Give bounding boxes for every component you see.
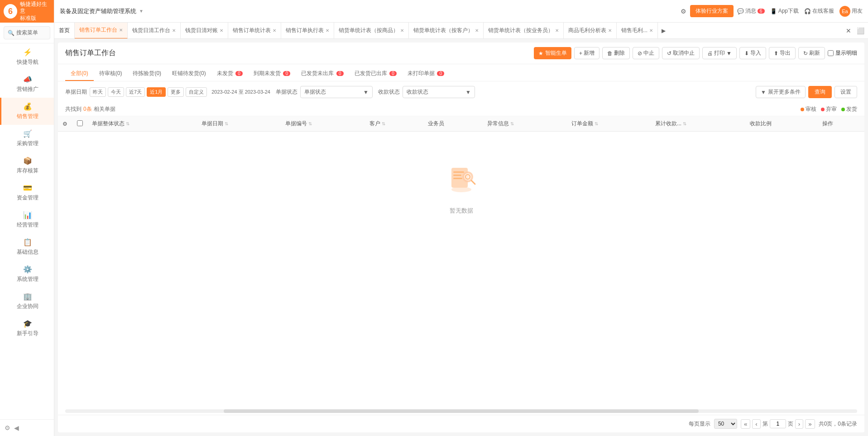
audit-action-button[interactable]: 审核 <box>801 105 816 113</box>
more-tabs-button[interactable]: ▶ <box>658 23 669 39</box>
sort-amount[interactable]: 订单金额 ⇅ <box>571 120 646 128</box>
prev-page-button[interactable]: ‹ <box>752 419 760 429</box>
tab-customer-stats[interactable]: 销货单统计表（按客户） ✕ <box>409 23 484 39</box>
sidebar-item-finance[interactable]: 💳 资金管理 <box>0 179 54 206</box>
sidebar-item-purchase[interactable]: 🛒 采购管理 <box>0 125 54 152</box>
add-button[interactable]: + 新增 <box>574 47 599 59</box>
tab-close-icon[interactable]: ✕ <box>555 28 559 33</box>
yesterday-btn[interactable]: 昨天 <box>90 87 106 97</box>
next-page-button[interactable]: › <box>795 419 803 429</box>
page-number-input[interactable] <box>770 419 786 428</box>
subtab-pending-audit[interactable]: 待审核(0) <box>94 67 128 81</box>
cancel-stop-button[interactable]: ↺ 取消中止 <box>662 47 700 59</box>
trial-button[interactable]: 体验行业方案 <box>690 5 734 17</box>
sidebar-item-marketing[interactable]: 📣 营销推广 <box>0 71 54 98</box>
first-page-button[interactable]: « <box>741 419 750 429</box>
tab-close-icon[interactable]: ✕ <box>326 28 329 33</box>
subtab-shipped-not-out[interactable]: 已发货未出库 0 <box>296 67 349 81</box>
empty-text: 暂无数据 <box>450 207 473 215</box>
tab-close-icon[interactable]: ✕ <box>172 28 176 33</box>
custom-btn[interactable]: 自定义 <box>186 87 207 97</box>
delete-button[interactable]: 🗑 删除 <box>602 47 630 59</box>
page-size-select[interactable]: 50 10 20 100 <box>714 419 737 429</box>
last-month-btn[interactable]: 近1月 <box>147 87 166 97</box>
th-number: 单据编号 ⇅ <box>281 116 364 132</box>
system-dropdown-icon[interactable]: ▼ <box>139 9 144 14</box>
scroll-thumb[interactable] <box>224 409 699 413</box>
horizontal-scrollbar[interactable] <box>65 409 857 413</box>
tab-label: 销售毛利... <box>621 27 647 34</box>
user-area[interactable]: Ea 用友 <box>839 6 863 17</box>
tab-close-icon[interactable]: ✕ <box>400 28 404 33</box>
refresh-button[interactable]: ↻ 刷新 <box>798 47 825 59</box>
tab-goods-stats[interactable]: 销货单统计表（按商品） ✕ <box>334 23 409 39</box>
close-tab-icon[interactable]: ✕ <box>844 26 853 35</box>
tab-close-icon[interactable]: ✕ <box>119 28 123 33</box>
sort-number[interactable]: 单据编号 ⇅ <box>285 120 360 128</box>
more-btn[interactable]: 更多 <box>168 87 184 97</box>
select-all-checkbox[interactable] <box>77 120 83 126</box>
subtab-all[interactable]: 全部(0) <box>65 67 94 81</box>
cancel-audit-action-button[interactable]: 弃审 <box>821 105 837 113</box>
payment-select[interactable]: 收款状态 ▼ <box>403 86 475 98</box>
show-detail-checkbox-area[interactable]: 显示明细 <box>828 49 857 57</box>
sort-abnormal[interactable]: 异常信息 ⇅ <box>487 120 562 128</box>
tab-daily-clear[interactable]: 钱货日清工作台 ✕ <box>128 23 181 39</box>
messages-button[interactable]: 💬 消息 6 <box>737 7 765 15</box>
ship-action-button[interactable]: 发货 <box>841 105 857 113</box>
tab-sales-order-workbench[interactable]: 销售订单工作台 ✕ <box>75 23 128 39</box>
sort-collected[interactable]: 累计收款... ⇅ <box>655 120 741 128</box>
tab-salesman-stats[interactable]: 销货单统计表（按业务员） ✕ <box>484 23 564 39</box>
tab-close-icon[interactable]: ✕ <box>475 28 479 33</box>
tab-sales-exec[interactable]: 销售订单执行表 ✕ <box>281 23 334 39</box>
tab-close-icon[interactable]: ✕ <box>273 28 276 33</box>
sort-status[interactable]: 单据整体状态 ⇅ <box>92 120 192 128</box>
tab-profit-analysis[interactable]: 商品毛利分析表 ✕ <box>564 23 617 39</box>
sidebar-item-inventory[interactable]: 📦 库存核算 <box>0 152 54 179</box>
status-select[interactable]: 单据状态 ▼ <box>300 86 373 98</box>
quicknav-icon: ⚡ <box>23 48 32 57</box>
sort-customer[interactable]: 客户 ⇅ <box>369 120 419 128</box>
show-detail-checkbox[interactable] <box>828 50 834 56</box>
gear-settings-icon[interactable]: ⚙ <box>681 8 686 15</box>
tab-close-icon[interactable]: ✕ <box>220 28 223 33</box>
expand-filter-button[interactable]: ▼ 展开更多条件 <box>756 86 806 98</box>
sidebar-item-enterprise[interactable]: 🏢 企业协同 <box>0 288 54 315</box>
last-page-button[interactable]: » <box>805 419 815 429</box>
sidebar-item-operations[interactable]: 📊 经营管理 <box>0 206 54 233</box>
tab-home[interactable]: 首页 <box>54 23 75 39</box>
sidebar-item-basic[interactable]: 📋 基础信息 <box>0 233 54 261</box>
subtab-pending-pick[interactable]: 待拣验货(0) <box>127 67 167 81</box>
tab-reconciliation[interactable]: 钱货日清对账 ✕ <box>181 23 228 39</box>
tab-close-icon[interactable]: ✕ <box>649 28 653 33</box>
collapse-button[interactable]: ◀ <box>14 424 19 431</box>
restore-tab-icon[interactable]: ⬜ <box>855 26 866 35</box>
print-button[interactable]: 🖨 打印 ▼ <box>702 47 737 59</box>
subtab-wangpu-ship[interactable]: 旺铺待发货(0) <box>167 67 211 81</box>
subtab-not-printed[interactable]: 未打印单据 0 <box>402 67 450 81</box>
sidebar-item-system[interactable]: ⚙️ 系统管理 <box>0 261 54 288</box>
filter-setting-button[interactable]: 设置 <box>834 86 857 98</box>
subtab-overdue-not-shipped[interactable]: 到期未发货 0 <box>248 67 296 81</box>
sidebar-item-guide[interactable]: 🎓 新手引导 <box>0 315 54 342</box>
sidebar-item-quicknav[interactable]: ⚡ 快捷导航 <box>0 43 54 71</box>
app-download-button[interactable]: 📱 App下载 <box>770 7 799 15</box>
last7-btn[interactable]: 近7天 <box>126 87 145 97</box>
tab-sales-stats[interactable]: 销售订单统计表 ✕ <box>228 23 281 39</box>
import-button[interactable]: ⬇ 导入 <box>739 47 766 59</box>
smart-create-button[interactable]: ★ 智能生单 <box>534 47 571 59</box>
system-icon: ⚙️ <box>23 265 32 274</box>
sort-date[interactable]: 单据日期 ⇅ <box>201 120 276 128</box>
export-button[interactable]: ⬆ 导出 <box>769 47 796 59</box>
subtab-shipped-out[interactable]: 已发货已出库 0 <box>349 67 402 81</box>
tab-close-icon[interactable]: ✕ <box>608 28 612 33</box>
sidebar-item-sales[interactable]: 💰 销售管理 <box>0 98 54 125</box>
subtab-not-shipped[interactable]: 未发货 0 <box>211 67 248 81</box>
tab-sales-profit[interactable]: 销售毛利... ✕ <box>617 23 658 39</box>
today-btn[interactable]: 今天 <box>108 87 124 97</box>
search-menu-button[interactable]: 🔍 搜索菜单 <box>4 26 50 39</box>
settings-bottom-button[interactable]: ⚙ <box>5 424 10 431</box>
online-service-button[interactable]: 🎧 在线客服 <box>804 7 834 15</box>
query-button[interactable]: 查询 <box>808 86 832 98</box>
stop-button[interactable]: ⊘ 中止 <box>633 47 659 59</box>
